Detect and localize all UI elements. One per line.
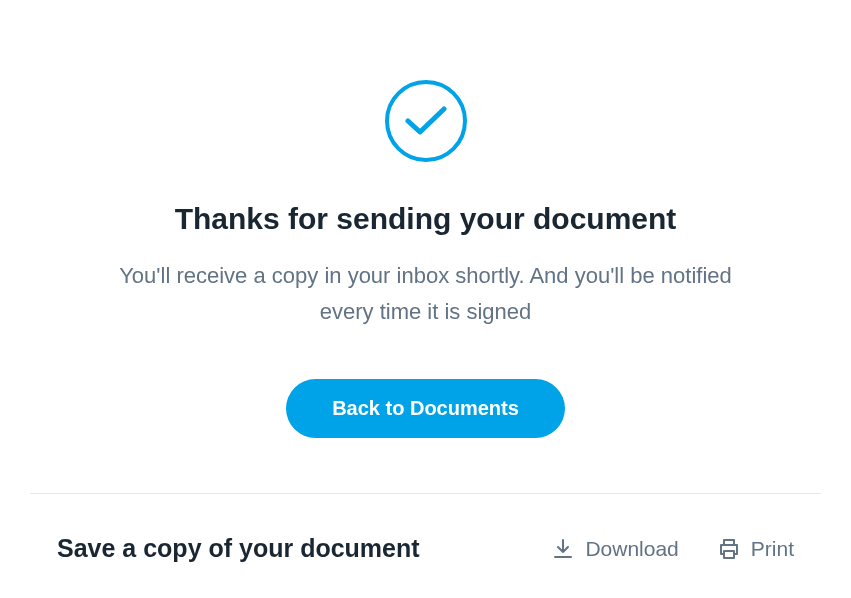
download-label: Download — [585, 537, 678, 561]
section-divider — [30, 493, 821, 494]
save-copy-title: Save a copy of your document — [57, 534, 420, 563]
confirmation-subtitle: You'll receive a copy in your inbox shor… — [106, 258, 746, 331]
confirmation-title: Thanks for sending your document — [175, 202, 677, 236]
back-to-documents-button[interactable]: Back to Documents — [286, 379, 565, 438]
print-icon — [717, 537, 741, 561]
print-label: Print — [751, 537, 794, 561]
download-button[interactable]: Download — [551, 537, 678, 561]
download-icon — [551, 537, 575, 561]
print-button[interactable]: Print — [717, 537, 794, 561]
success-check-icon — [385, 80, 467, 162]
